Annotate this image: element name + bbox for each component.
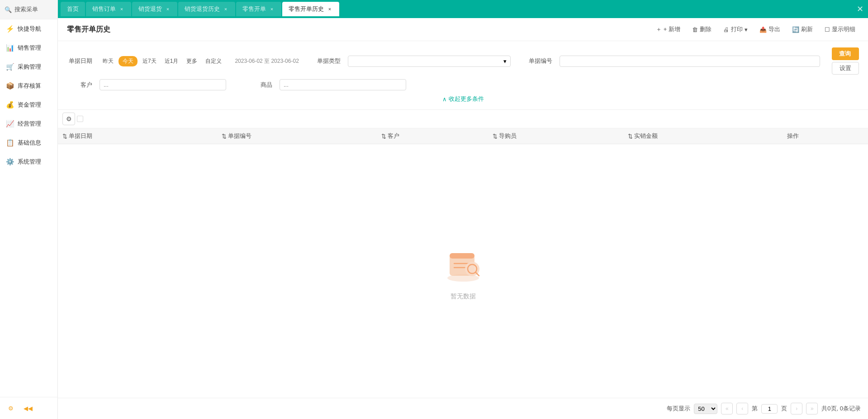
print-button[interactable]: 🖨 打印 ▾ xyxy=(720,24,751,35)
tab-sales_order[interactable]: 销售订单× xyxy=(86,2,131,16)
empty-state: 暂无数据 xyxy=(58,144,868,398)
number-input-wrap xyxy=(560,56,820,67)
tab-label-home: 首页 xyxy=(67,5,79,13)
goods-input[interactable] xyxy=(284,81,402,88)
collapse-btn[interactable]: ∧ 收起更多条件 xyxy=(442,95,484,103)
print-label: 打印 xyxy=(731,25,743,33)
display-label: 显示明细 xyxy=(832,25,855,33)
tab-close-sales_order[interactable]: × xyxy=(119,6,125,12)
sidebar-icon-kucun: 📦 xyxy=(6,82,14,90)
table-area: ⚙ ⇅单据日期⇅单据编号⇅客户⇅导购员⇅实销金额操作 xyxy=(58,110,868,398)
chevron-down-icon: ▾ xyxy=(503,58,507,65)
sidebar-item-xiaoshou[interactable]: 📊销售管理 xyxy=(0,38,57,57)
display-detail-btn[interactable]: ☐ 显示明细 xyxy=(821,24,859,35)
date-btn-昨天[interactable]: 昨天 xyxy=(100,56,117,66)
refresh-icon: 🔄 xyxy=(792,26,799,33)
customer-input-wrap xyxy=(100,79,226,90)
sidebar-label-caigou: 采购管理 xyxy=(18,63,41,71)
sidebar-search-label: 搜索采单 xyxy=(14,5,38,14)
first-page-btn[interactable]: « xyxy=(721,403,733,414)
date-buttons: 昨天今天近7天近1月更多自定义 xyxy=(100,56,225,66)
sidebar-label-jingying: 经营管理 xyxy=(18,120,41,128)
export-icon: 📤 xyxy=(759,26,767,33)
export-button[interactable]: 📤 导出 xyxy=(756,24,784,35)
th-customer[interactable]: ⇅客户 xyxy=(377,128,488,144)
th-actions: 操作 xyxy=(783,128,868,144)
checkbox-icon: ☐ xyxy=(825,26,830,33)
sidebar-label-kucun: 库存核算 xyxy=(18,82,41,90)
type-select[interactable]: ▾ xyxy=(348,56,511,67)
sidebar-item-caigou[interactable]: 🛒采购管理 xyxy=(0,57,57,76)
empty-illustration xyxy=(441,242,486,287)
pagination: 每页显示 50 10 20 100 « ‹ 第 页 › » 共0页, 0条记录 xyxy=(58,398,868,419)
total-label: 共0页, 0条记录 xyxy=(821,405,861,413)
tab-bar-close-btn[interactable]: ✕ xyxy=(855,4,865,14)
tab-close-sales_return[interactable]: × xyxy=(165,6,171,12)
settings-button[interactable]: 设置 xyxy=(832,62,859,75)
table-settings-btn[interactable]: ⚙ xyxy=(62,113,75,125)
sidebar-collapse-btn[interactable]: ◀◀ xyxy=(22,402,34,414)
prev-page-btn[interactable]: ‹ xyxy=(736,403,748,414)
sidebar-item-kucun[interactable]: 📦库存核算 xyxy=(0,76,57,95)
date-btn-近1月[interactable]: 近1月 xyxy=(161,56,182,66)
tab-retail_open[interactable]: 零售开单× xyxy=(236,2,281,16)
page-of-label: 页 xyxy=(781,405,787,413)
sidebar-gear-btn[interactable]: ⚙ xyxy=(5,402,17,414)
add-icon: ＋ xyxy=(656,25,662,33)
customer-input[interactable] xyxy=(104,81,222,88)
th-amount[interactable]: ⇅实销金额 xyxy=(623,128,783,144)
date-btn-自定义[interactable]: 自定义 xyxy=(202,56,225,66)
tab-close-sales_return_history[interactable]: × xyxy=(223,6,229,12)
sort-icon-customer: ⇅ xyxy=(381,133,386,140)
tab-close-retail_open_history[interactable]: × xyxy=(327,6,333,12)
tab-retail_open_history[interactable]: 零售开单历史× xyxy=(282,2,339,16)
empty-text: 暂无数据 xyxy=(451,292,476,301)
chevron-up-icon: ∧ xyxy=(442,96,447,103)
sidebar-item-jingying[interactable]: 📈经营管理 xyxy=(0,114,57,133)
date-btn-今天[interactable]: 今天 xyxy=(119,56,138,66)
collapse-label: 收起更多条件 xyxy=(449,95,484,103)
refresh-label: 刷新 xyxy=(801,25,813,33)
date-btn-更多[interactable]: 更多 xyxy=(183,56,200,66)
tab-home[interactable]: 首页 xyxy=(61,2,85,16)
sort-icon-date: ⇅ xyxy=(62,133,67,140)
th-guide[interactable]: ⇅导购员 xyxy=(488,128,623,144)
date-btn-近7天[interactable]: 近7天 xyxy=(139,56,160,66)
sort-icon-amount: ⇅ xyxy=(628,133,633,140)
tab-sales_return_history[interactable]: 销货退货历史× xyxy=(178,2,235,16)
per-page-select[interactable]: 50 10 20 100 xyxy=(694,404,717,414)
delete-button[interactable]: 🗑 删除 xyxy=(688,24,715,35)
sidebar-icon-xitong: ⚙️ xyxy=(6,158,14,166)
sidebar-icon-caigou: 🛒 xyxy=(6,63,14,71)
sidebar-search-btn[interactable]: 🔍 搜索采单 xyxy=(0,0,57,19)
tab-label-sales_order: 销售订单 xyxy=(92,5,116,13)
tab-close-retail_open[interactable]: × xyxy=(269,6,275,12)
last-page-btn[interactable]: » xyxy=(806,403,818,414)
next-page-btn[interactable]: › xyxy=(791,403,802,414)
sidebar-label-jichu: 基础信息 xyxy=(18,139,41,147)
main-area: 首页销售订单×销货退货×销货退货历史×零售开单×零售开单历史× ✕ 零售开单历史… xyxy=(58,0,868,419)
query-button[interactable]: 查询 xyxy=(832,47,859,60)
settings-label: 设置 xyxy=(840,64,851,72)
th-date[interactable]: ⇅单据日期 xyxy=(58,128,217,144)
print-dropdown-icon: ▾ xyxy=(745,26,748,33)
sidebar-item-kuaijie[interactable]: ⚡快捷导航 xyxy=(0,19,57,38)
number-input[interactable] xyxy=(564,58,816,65)
sidebar-icon-kuaijie: ⚡ xyxy=(6,25,14,33)
svg-rect-2 xyxy=(450,253,474,259)
refresh-button[interactable]: 🔄 刷新 xyxy=(788,24,816,35)
sort-icon-guide: ⇅ xyxy=(493,133,498,140)
delete-icon: 🗑 xyxy=(692,26,698,33)
th-number[interactable]: ⇅单据编号 xyxy=(217,128,376,144)
sidebar-icon-jichu: 📋 xyxy=(6,139,14,147)
tab-label-retail_open_history: 零售开单历史 xyxy=(289,5,324,13)
sidebar-item-jichu[interactable]: 📋基础信息 xyxy=(0,133,57,152)
sidebar-item-zijin[interactable]: 💰资金管理 xyxy=(0,95,57,114)
select-all-checkbox[interactable] xyxy=(77,116,83,122)
tab-sales_return[interactable]: 销货退货× xyxy=(132,2,177,16)
page-input[interactable] xyxy=(761,404,778,414)
sidebar-icon-jingying: 📈 xyxy=(6,120,14,128)
sidebar-item-xitong[interactable]: ⚙️系统管理 xyxy=(0,152,57,171)
add-button[interactable]: ＋ + 新增 xyxy=(652,24,684,35)
goods-label: 商品 xyxy=(247,81,272,89)
